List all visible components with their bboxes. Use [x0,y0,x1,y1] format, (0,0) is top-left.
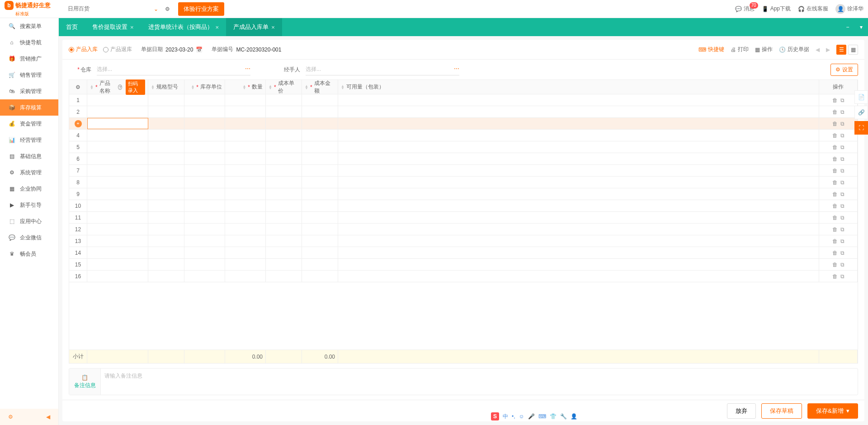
copy-icon[interactable]: ⧉ [840,109,844,115]
sidebar-item-guide[interactable]: ▶新手引导 [0,197,58,213]
sidebar-item-finance[interactable]: 💰资金管理 [0,116,58,132]
cell-product[interactable] [87,165,148,176]
delete-icon[interactable]: 🗑 [832,97,838,103]
cell-amount[interactable] [302,165,338,176]
cell-available[interactable] [338,271,819,282]
cell-available[interactable] [338,188,819,200]
cell-available[interactable] [338,224,819,235]
cell-product[interactable] [87,141,148,153]
cell-product[interactable] [87,247,148,258]
cell-available[interactable] [338,235,819,247]
cell-qty[interactable] [225,188,266,200]
cell-product[interactable] [87,188,148,200]
sidebar-item-wechat[interactable]: 💬企业微信 [0,229,58,246]
copy-icon[interactable]: ⧉ [840,97,844,103]
help-icon[interactable]: ? [118,84,122,90]
close-icon[interactable]: × [271,24,275,31]
settings-button[interactable]: ⚙设置 [830,64,858,76]
cell-amount[interactable] [302,177,338,188]
user-menu[interactable]: 👤 徐泽华 [835,4,863,14]
rail-note-button[interactable]: 📄 [854,90,868,104]
cell-price[interactable] [266,130,302,141]
cell-qty[interactable] [225,106,266,117]
th-qty[interactable]: ▲▼*数量 [225,80,266,94]
cell-unit[interactable] [184,94,225,106]
sidebar-item-business[interactable]: 📊经营管理 [0,132,58,148]
copy-icon[interactable]: ⧉ [840,273,844,280]
delete-icon[interactable]: 🗑 [832,156,838,162]
cell-amount[interactable] [302,153,338,164]
more-icon[interactable]: ⋯ [245,65,250,72]
table-row[interactable]: 8🗑⧉ [69,177,858,188]
delete-icon[interactable]: 🗑 [832,132,838,139]
doc-date-value[interactable]: 2023-03-20 [165,47,193,53]
cell-amount[interactable] [302,141,338,153]
delete-icon[interactable]: 🗑 [832,121,838,127]
add-row-button[interactable]: + [75,120,82,127]
remark-input[interactable]: 请输入备注信息 [101,369,858,395]
cell-amount[interactable] [302,259,338,270]
cell-qty[interactable] [225,130,266,141]
close-icon[interactable]: × [130,24,134,31]
nav-prev-icon[interactable]: ◀ [816,47,820,53]
cell-qty[interactable] [225,247,266,258]
nav-next-icon[interactable]: ▶ [826,47,830,53]
cell-unit[interactable] [184,165,225,176]
cell-amount[interactable] [302,130,338,141]
cell-qty[interactable] [225,224,266,235]
cell-product[interactable] [87,212,148,223]
ime-keyboard-icon[interactable]: ⌨ [538,413,546,420]
copy-icon[interactable]: ⧉ [840,238,844,244]
delete-icon[interactable]: 🗑 [832,168,838,174]
cell-spec[interactable] [148,188,184,200]
copy-icon[interactable]: ⧉ [840,226,844,233]
cell-qty[interactable] [225,118,266,129]
copy-icon[interactable]: ⧉ [840,156,844,162]
th-config[interactable]: ⚙ [69,80,87,94]
more-icon[interactable]: ⋯ [454,65,459,72]
cell-spec[interactable] [148,118,184,129]
delete-icon[interactable]: 🗑 [832,215,838,221]
th-unit[interactable]: ▲▼*库存单位 [184,80,225,94]
operate-button[interactable]: ▦操作 [755,46,773,53]
cell-unit[interactable] [184,130,225,141]
cell-unit[interactable] [184,224,225,235]
store-settings-button[interactable]: ⚙ [162,4,173,14]
cell-unit[interactable] [184,235,225,247]
delete-icon[interactable]: 🗑 [832,238,838,244]
cell-available[interactable] [338,94,819,106]
cell-unit[interactable] [184,141,225,153]
ime-mode[interactable]: 中 [503,413,508,420]
cell-product[interactable] [87,130,148,141]
delete-icon[interactable]: 🗑 [832,262,838,268]
cell-amount[interactable] [302,224,338,235]
cell-spec[interactable] [148,271,184,282]
delete-icon[interactable]: 🗑 [832,179,838,186]
cell-qty[interactable] [225,200,266,211]
cell-product[interactable] [87,224,148,235]
settings-icon[interactable]: ⚙ [8,414,13,420]
cell-unit[interactable] [184,188,225,200]
ime-emoji-icon[interactable]: ☺ [519,413,524,420]
copy-icon[interactable]: ⧉ [840,144,844,150]
ime-tool-icon[interactable]: 🔧 [560,413,567,420]
cell-spec[interactable] [148,153,184,164]
cell-product[interactable] [87,259,148,270]
cell-spec[interactable] [148,235,184,247]
th-spec[interactable]: ▲▼规格型号 [148,80,184,94]
tab-menu-button[interactable]: ▾ [854,18,868,36]
cell-qty[interactable] [225,153,266,164]
ime-voice-icon[interactable]: 🎤 [528,413,535,420]
table-row[interactable]: 5🗑⧉ [69,141,858,153]
copy-icon[interactable]: ⧉ [840,250,844,256]
cell-price[interactable] [266,212,302,223]
cell-spec[interactable] [148,224,184,235]
sidebar-item-inventory[interactable]: 📦库存核算 [0,99,58,116]
th-available[interactable]: ▲▼可用量（包装） [338,80,819,94]
cell-spec[interactable] [148,247,184,258]
th-price[interactable]: ▲▼*成本单价 [266,80,302,94]
tab-minimize-button[interactable]: − [841,18,854,36]
radio-product-in[interactable]: 产品入库 [69,46,98,53]
table-row[interactable]: 11🗑⧉ [69,212,858,224]
table-row[interactable]: 13🗑⧉ [69,235,858,247]
